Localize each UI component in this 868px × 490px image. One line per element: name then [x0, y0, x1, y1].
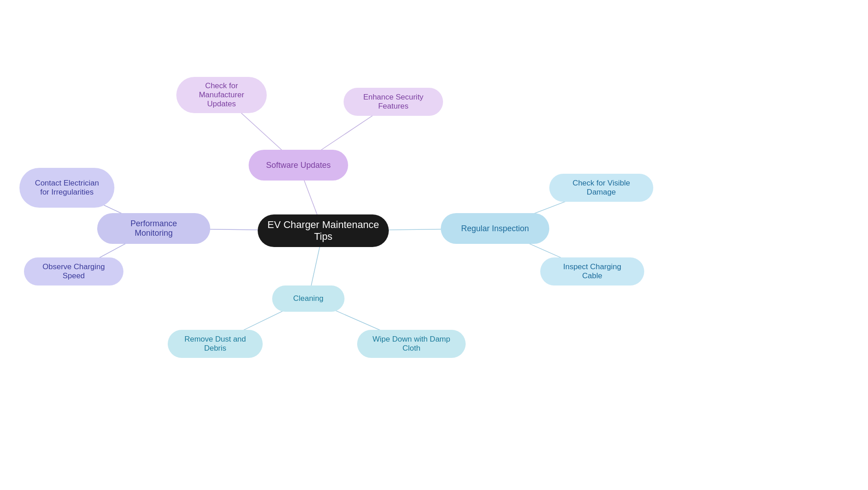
cleaning-node[interactable]: Cleaning	[272, 285, 344, 312]
remove-dust-node[interactable]: Remove Dust and Debris	[168, 330, 263, 358]
software-updates-node[interactable]: Software Updates	[249, 150, 348, 181]
wipe-down-node[interactable]: Wipe Down with Damp Cloth	[357, 330, 466, 358]
center-label: EV Charger Maintenance Tips	[258, 219, 389, 243]
check-visible-damage-node[interactable]: Check for Visible Damage	[549, 174, 653, 202]
check-manufacturer-label: Check for Manufacturer Updates	[186, 81, 257, 109]
check-visible-damage-label: Check for Visible Damage	[562, 179, 641, 197]
regular-inspection-node[interactable]: Regular Inspection	[441, 213, 549, 244]
software-updates-label: Software Updates	[266, 161, 330, 170]
observe-charging-node[interactable]: Observe Charging Speed	[24, 257, 123, 285]
cleaning-label: Cleaning	[293, 294, 323, 303]
remove-dust-label: Remove Dust and Debris	[179, 335, 251, 353]
performance-monitoring-node[interactable]: Performance Monitoring	[97, 213, 210, 244]
wipe-down-label: Wipe Down with Damp Cloth	[369, 335, 454, 353]
contact-electrician-node[interactable]: Contact Electrician for Irregularities	[19, 168, 114, 208]
inspect-cable-label: Inspect Charging Cable	[553, 262, 632, 281]
observe-charging-label: Observe Charging Speed	[37, 262, 111, 281]
center-node[interactable]: EV Charger Maintenance Tips	[258, 214, 389, 247]
check-manufacturer-node[interactable]: Check for Manufacturer Updates	[176, 77, 267, 113]
contact-electrician-label: Contact Electrician for Irregularities	[32, 179, 102, 197]
enhance-security-label: Enhance Security Features	[354, 93, 433, 111]
performance-monitoring-label: Performance Monitoring	[112, 219, 196, 238]
enhance-security-node[interactable]: Enhance Security Features	[344, 88, 443, 116]
regular-inspection-label: Regular Inspection	[461, 224, 529, 233]
inspect-cable-node[interactable]: Inspect Charging Cable	[540, 257, 644, 285]
